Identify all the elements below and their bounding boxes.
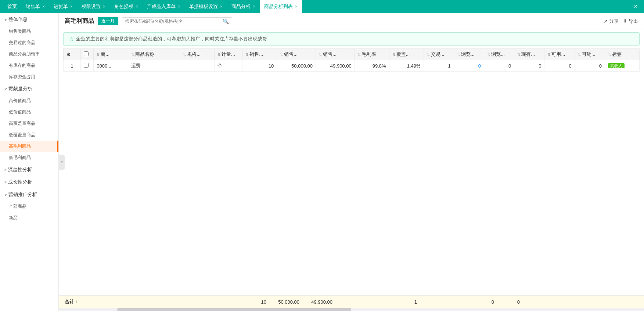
table-header-10[interactable]: ⇅覆盖...: [389, 49, 424, 60]
table-header-4[interactable]: ⇅规格...: [180, 49, 215, 60]
header-actions: ↗ 分享 ⬇ 导出: [604, 18, 638, 25]
sort-icon: ⇅: [487, 53, 490, 57]
th-label: 商品名称: [135, 51, 154, 58]
table-header-16[interactable]: ⇅可销...: [575, 49, 605, 60]
table-header-1[interactable]: [80, 49, 93, 60]
data-table: ⚙⇅商...⇅商品名称⇅规格...⇅计量...⇅销售...⇅销售...⇅销售..…: [63, 48, 640, 72]
sidebar-item-新品[interactable]: 新品: [0, 212, 58, 224]
table-header-8[interactable]: ⇅销售...: [316, 49, 355, 60]
nav-close-icon[interactable]: ×: [253, 4, 255, 9]
group-arrow-icon: ∨: [4, 87, 7, 91]
group-label: 整体信息: [8, 16, 28, 23]
sidebar-item-销售类商品[interactable]: 销售类商品: [0, 26, 58, 37]
nav-item-商品分析[interactable]: 商品分析×: [227, 0, 260, 13]
horizontal-scrollbar[interactable]: [59, 308, 644, 311]
th-label: 可销...: [582, 51, 596, 58]
sort-icon: ⇅: [97, 53, 100, 57]
nav-close-icon[interactable]: ×: [70, 4, 73, 9]
th-label: 标签: [612, 51, 622, 58]
select-all-checkbox[interactable]: [84, 51, 89, 56]
nav-item-首页[interactable]: 首页: [3, 0, 21, 13]
search-input[interactable]: [125, 19, 223, 24]
sidebar-item-低毛利商品[interactable]: 低毛利商品: [0, 152, 58, 163]
sidebar-group-整体信息[interactable]: ∨整体信息: [0, 13, 58, 26]
footer-col-11: 1: [391, 299, 417, 305]
group-arrow-icon: ∨: [4, 193, 7, 197]
sidebar-item-低价值商品[interactable]: 低价值商品: [0, 106, 58, 118]
content-area: « 高毛利商品 近一月 🔍 ↗ 分享 ⬇ 导出: [59, 13, 644, 311]
sidebar-group-贡献量分析[interactable]: ∨贡献量分析: [0, 83, 58, 95]
table-header-2[interactable]: ⇅商...: [94, 49, 128, 60]
table-header-6[interactable]: ⇅销售...: [242, 49, 277, 60]
sidebar-item-全部商品[interactable]: 全部商品: [0, 201, 58, 212]
th-label: 交易...: [431, 51, 445, 58]
nav-item-权限设置[interactable]: 权限设置×: [77, 0, 110, 13]
sidebar-collapse-button[interactable]: «: [59, 155, 65, 170]
export-icon: ⬇: [623, 18, 627, 24]
footer-col-3: [141, 299, 186, 305]
row-select-checkbox[interactable]: [84, 63, 89, 68]
sidebar-item-高覆盖量商品[interactable]: 高覆盖量商品: [0, 118, 58, 129]
sort-icon: ⇅: [217, 53, 220, 57]
table-header-17[interactable]: ⇅标签: [605, 49, 639, 60]
sort-icon: ⇅: [131, 53, 134, 57]
sidebar-item-高价值商品[interactable]: 高价值商品: [0, 95, 58, 106]
table-header-15[interactable]: ⇅可用...: [544, 49, 575, 60]
nav-item-角色授权[interactable]: 角色授权×: [110, 0, 143, 13]
th-label: 浏览...: [491, 51, 505, 58]
filter-recent-month-button[interactable]: 近一月: [98, 17, 118, 25]
footer-col-6: 10: [237, 299, 266, 305]
sidebar-group-成长性分析[interactable]: >成长性分析: [0, 176, 58, 188]
th-label: 销售...: [284, 51, 298, 58]
th-label: 计量...: [222, 51, 235, 58]
nav-item-进货单[interactable]: 进货单×: [49, 0, 77, 13]
sort-icon: ⇅: [280, 53, 283, 57]
nav-close-icon[interactable]: ×: [136, 4, 138, 9]
sort-icon: ⇅: [517, 53, 520, 57]
group-arrow-icon: >: [4, 168, 7, 172]
th-label: 覆盖...: [396, 51, 410, 58]
table-header-9[interactable]: ⇅毛利率: [355, 49, 389, 60]
row-tag: 高收入: [605, 60, 639, 72]
row-saleable: 0: [575, 60, 605, 72]
sidebar-item-低覆盖量商品[interactable]: 低覆盖量商品: [0, 129, 58, 141]
sidebar-item-有库存的商品[interactable]: 有库存的商品: [0, 60, 58, 71]
total-label: 合计：: [65, 299, 79, 305]
nav-close-icon[interactable]: ×: [220, 4, 223, 9]
sidebar-group-流趋性分析[interactable]: >流趋性分析: [0, 163, 58, 176]
table-header-12[interactable]: ⇅浏览...: [454, 49, 484, 60]
share-button[interactable]: ↗ 分享: [604, 18, 619, 25]
footer-col-8: 49,900.00: [299, 299, 332, 305]
sidebar-item-库存资金占用[interactable]: 库存资金占用: [0, 71, 58, 83]
nav-item-销售单[interactable]: 销售单×: [21, 0, 49, 13]
nav-item-单据模板设置[interactable]: 单据模板设置×: [185, 0, 227, 13]
nav-close-icon[interactable]: ×: [295, 4, 298, 9]
sidebar-item-商品分类助销率[interactable]: 商品分类助销率: [0, 48, 58, 60]
close-window-button[interactable]: ×: [630, 3, 641, 10]
table-header-3[interactable]: ⇅商品名称: [128, 49, 180, 60]
table-header-11[interactable]: ⇅交易...: [424, 49, 454, 60]
table-header-7[interactable]: ⇅销售...: [277, 49, 316, 60]
sidebar-group-营销推广分析[interactable]: ∨营销推广分析: [0, 188, 58, 201]
table-header-14[interactable]: ⇅现有...: [514, 49, 544, 60]
nav-close-icon[interactable]: ×: [42, 4, 45, 9]
footer-col-2: [112, 299, 141, 305]
footer-col-13: [443, 299, 468, 305]
sort-icon: ⇅: [578, 53, 581, 57]
nav-close-icon[interactable]: ×: [178, 4, 180, 9]
table-header-0[interactable]: ⚙: [64, 49, 81, 60]
nav-item-商品分析列表[interactable]: 商品分析列表×: [260, 0, 302, 13]
table-header-13[interactable]: ⇅浏览...: [484, 49, 514, 60]
export-button[interactable]: ⬇ 导出: [623, 18, 638, 25]
search-button[interactable]: 🔍: [223, 18, 229, 24]
tip-text: 企业的主要的利润都是这部分商品创造的，可考虑加大推广，同时关注库存量不要出现缺货: [76, 36, 267, 42]
row-code: 0000...: [94, 60, 128, 72]
sidebar-item-高毛利商品[interactable]: 高毛利商品: [0, 141, 58, 152]
nav-close-icon[interactable]: ×: [103, 4, 105, 9]
row-index: 1: [64, 60, 81, 72]
table-header-5[interactable]: ⇅计量...: [215, 49, 242, 60]
nav-item-产成品入库单[interactable]: 产成品入库单×: [143, 0, 185, 13]
row-current: 0: [514, 60, 544, 72]
sidebar-item-交易过的商品[interactable]: 交易过的商品: [0, 37, 58, 48]
row-browse1[interactable]: 0: [454, 60, 484, 72]
